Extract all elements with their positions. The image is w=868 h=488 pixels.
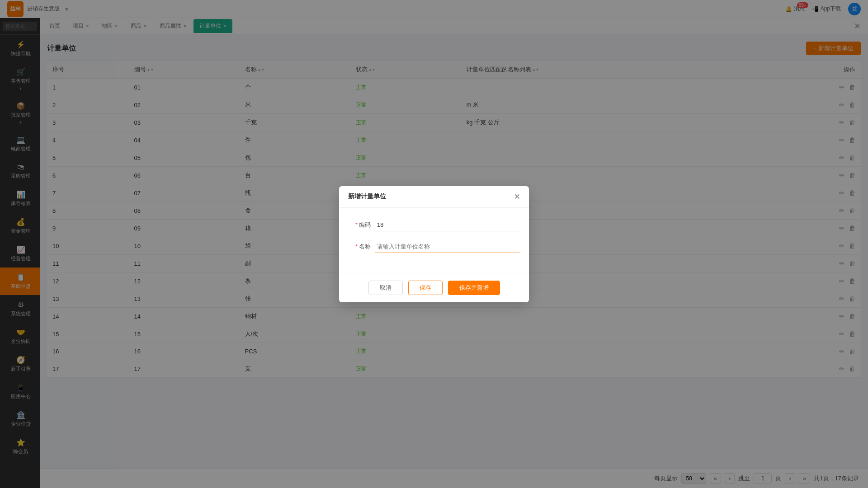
modal-title: 新增计量单位 xyxy=(348,192,386,201)
cancel-button[interactable]: 取消 xyxy=(368,281,403,295)
save-button[interactable]: 保存 xyxy=(408,281,443,295)
name-form-row: *名称 xyxy=(348,240,520,253)
code-input[interactable] xyxy=(375,219,520,231)
save-and-new-button[interactable]: 保存并新增 xyxy=(448,281,500,295)
name-label: *名称 xyxy=(348,243,375,251)
name-input[interactable] xyxy=(375,240,520,253)
modal-close-button[interactable]: ✕ xyxy=(514,192,520,201)
modal-body: *编码 *名称 xyxy=(339,208,529,273)
required-star-name: * xyxy=(355,243,358,250)
required-star: * xyxy=(355,221,358,228)
modal-header: 新增计量单位 ✕ xyxy=(339,186,529,208)
code-label: *编码 xyxy=(348,221,375,229)
modal-overlay: 新增计量单位 ✕ *编码 *名称 取消 保存 保存并新增 xyxy=(0,0,868,488)
modal-footer: 取消 保存 保存并新增 xyxy=(339,273,529,302)
code-form-row: *编码 xyxy=(348,219,520,231)
add-unit-modal: 新增计量单位 ✕ *编码 *名称 取消 保存 保存并新增 xyxy=(339,186,529,302)
